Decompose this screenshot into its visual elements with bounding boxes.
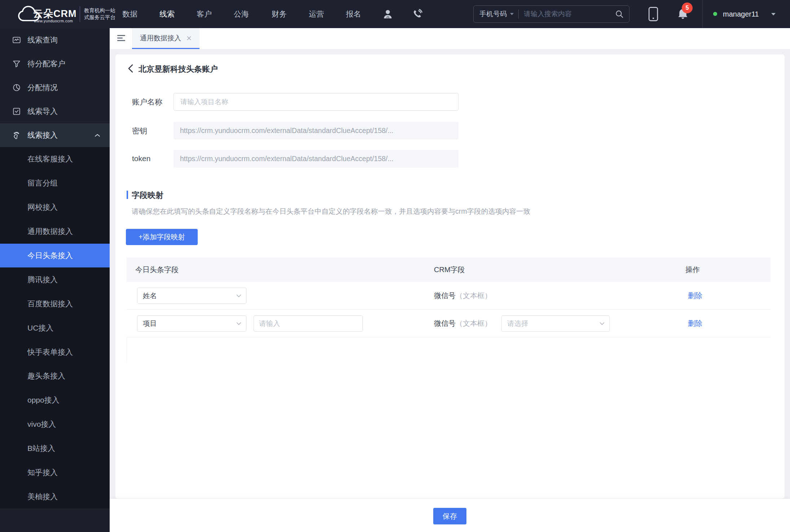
- table-empty-area: [127, 337, 771, 363]
- import-icon: [12, 107, 21, 116]
- sidebar-item-tencent-access[interactable]: 腾讯接入: [0, 267, 110, 292]
- funnel-icon: [12, 59, 21, 68]
- chevron-down-icon: [236, 322, 241, 325]
- sidebar-item-baidu-access[interactable]: 百度数据接入: [0, 292, 110, 316]
- search-input[interactable]: [524, 10, 615, 18]
- sidebar-item-qutoutiao-access[interactable]: 趣头条接入: [0, 364, 110, 388]
- tab-close-icon[interactable]: [186, 35, 192, 41]
- sidebar-item-allocation-status[interactable]: 分配情况: [0, 76, 110, 99]
- sidebar-item-kuaishou-access[interactable]: 快手表单接入: [0, 340, 110, 364]
- token-label: token: [132, 154, 150, 163]
- notification-badge: 5: [682, 3, 693, 13]
- table-header-row: 今日头条字段 CRM字段 操作: [127, 258, 771, 282]
- app-root: 云朵CRM www.yunduocrm.com 教育机构一站 式服务云平台 数据…: [0, 0, 790, 532]
- account-name-input[interactable]: [174, 93, 458, 111]
- topnav-enrollment[interactable]: 报名: [346, 0, 361, 28]
- table-row: 项目 微信号（文本框） 请选择 删除: [127, 310, 771, 337]
- topnav-data[interactable]: 数据: [122, 0, 137, 28]
- online-status-dot: [713, 12, 717, 16]
- footer-action-bar: 保存: [110, 498, 790, 532]
- user-menu[interactable]: manager11: [723, 0, 759, 28]
- pie-chart-icon: [12, 83, 21, 92]
- crm-field-cell: 微信号（文本框）: [434, 282, 492, 310]
- sidebar: 线索查询 待分配客户 分配情况: [0, 28, 110, 532]
- call-phone-icon[interactable]: [411, 0, 423, 28]
- col-header-action: 操作: [685, 258, 700, 282]
- account-name-label: 账户名称: [132, 97, 162, 107]
- delete-row-link[interactable]: 删除: [688, 282, 702, 310]
- col-header-toutiao-field: 今日头条字段: [135, 258, 179, 282]
- page-title: 北京昱新科技头条账户: [139, 64, 218, 75]
- search-category-caret-icon[interactable]: [510, 13, 514, 15]
- brand-divider: [80, 6, 80, 22]
- tab-general-data-access[interactable]: 通用数据接入: [132, 28, 199, 49]
- search-category-select[interactable]: 手机号码: [479, 9, 507, 19]
- chevron-down-icon: [236, 294, 241, 297]
- field-mapping-title: 字段映射: [132, 190, 163, 201]
- sidebar-item-uc-access[interactable]: UC接入: [0, 316, 110, 340]
- sidebar-item-toutiao-access[interactable]: 今日头条接入: [0, 244, 110, 268]
- top-header: 云朵CRM www.yunduocrm.com 教育机构一站 式服务云平台 数据…: [0, 0, 790, 28]
- sidebar-item-vivo-access[interactable]: vivo接入: [0, 412, 110, 436]
- brand-slogan: 教育机构一站 式服务云平台: [84, 7, 115, 21]
- sidebar-item-zhihu-access[interactable]: 知乎接入: [0, 461, 110, 485]
- sidebar-item-bilibili-access[interactable]: B站接入: [0, 436, 110, 461]
- brand-name: 云朵CRM: [33, 7, 77, 20]
- topnav-finance[interactable]: 财务: [272, 0, 287, 28]
- sidebar-item-meiyou-access[interactable]: 美柚接入: [0, 484, 110, 509]
- sidebar-item-general-data-access[interactable]: 通用数据接入: [0, 220, 110, 244]
- clue-access-submenu: 在线客服接入 留言分组 网校接入 通用数据接入 今日头条接入 腾讯接入 百度数据…: [0, 147, 110, 509]
- add-field-mapping-button[interactable]: +添加字段映射: [126, 229, 198, 245]
- field-mapping-description: 请确保您在此填写的头条自定义字段名称与在今日头条平台中自定义的字段名称一致，并且…: [132, 207, 530, 216]
- sidebar-item-online-service-access[interactable]: 在线客服接入: [0, 147, 110, 171]
- user-menu-caret-icon[interactable]: [771, 13, 776, 15]
- mobile-app-icon[interactable]: [648, 0, 659, 28]
- global-search-box: 手机号码: [473, 5, 629, 23]
- sidebar-item-oppo-access[interactable]: oppo接入: [0, 388, 110, 412]
- sidebar-item-school-access[interactable]: 网校接入: [0, 195, 110, 220]
- add-user-icon[interactable]: [382, 0, 394, 28]
- sidebar-item-clue-access[interactable]: 线索接入: [0, 123, 110, 147]
- toutiao-field-select[interactable]: 姓名: [137, 288, 246, 304]
- secret-key-label: 密钥: [132, 126, 147, 136]
- clue-query-icon: [12, 35, 21, 45]
- topnav-operations[interactable]: 运营: [309, 0, 324, 28]
- save-button[interactable]: 保存: [433, 508, 466, 524]
- brand-url: www.yunduocrm.com: [34, 19, 73, 23]
- custom-field-input[interactable]: [254, 315, 363, 332]
- table-row: 姓名 微信号（文本框） 删除: [127, 282, 771, 310]
- collapse-menu-icon[interactable]: [117, 35, 125, 42]
- header-divider: [702, 0, 703, 28]
- crm-field-cell: 微信号（文本框）: [434, 310, 492, 337]
- sidebar-item-pending-customers[interactable]: 待分配客户: [0, 52, 110, 76]
- tab-bar: 通用数据接入: [110, 28, 790, 49]
- delete-row-link[interactable]: 删除: [688, 310, 702, 337]
- section-accent-bar: [127, 191, 128, 199]
- search-divider: [518, 9, 519, 19]
- topnav-public-pool[interactable]: 公海: [234, 0, 249, 28]
- toutiao-field-select[interactable]: 项目: [137, 315, 246, 332]
- secret-key-value: https://crm.yunduocrm.com/externalData/s…: [174, 122, 458, 139]
- back-chevron-icon[interactable]: [127, 64, 135, 73]
- topnav-customers[interactable]: 客户: [197, 0, 212, 28]
- crm-option-select[interactable]: 请选择: [501, 315, 610, 332]
- search-icon[interactable]: [615, 9, 624, 19]
- chevron-down-icon: [600, 322, 605, 325]
- sidebar-item-clue-query[interactable]: 线索查询: [0, 28, 110, 52]
- topnav-clues[interactable]: 线索: [159, 0, 175, 28]
- sidebar-item-clue-import[interactable]: 线索导入: [0, 99, 110, 123]
- field-mapping-table: 今日头条字段 CRM字段 操作 姓名 微信号（文本框） 删除 项目: [127, 258, 771, 363]
- sidebar-item-message-group[interactable]: 留言分组: [0, 171, 110, 195]
- footprint-icon: [12, 130, 21, 140]
- main-panel: 北京昱新科技头条账户 账户名称 密钥 https://crm.yunduocrm…: [115, 54, 785, 498]
- chevron-up-icon: [95, 133, 100, 137]
- col-header-crm-field: CRM字段: [434, 258, 465, 282]
- token-value: https://crm.yunduocrm.com/externalData/s…: [174, 150, 458, 168]
